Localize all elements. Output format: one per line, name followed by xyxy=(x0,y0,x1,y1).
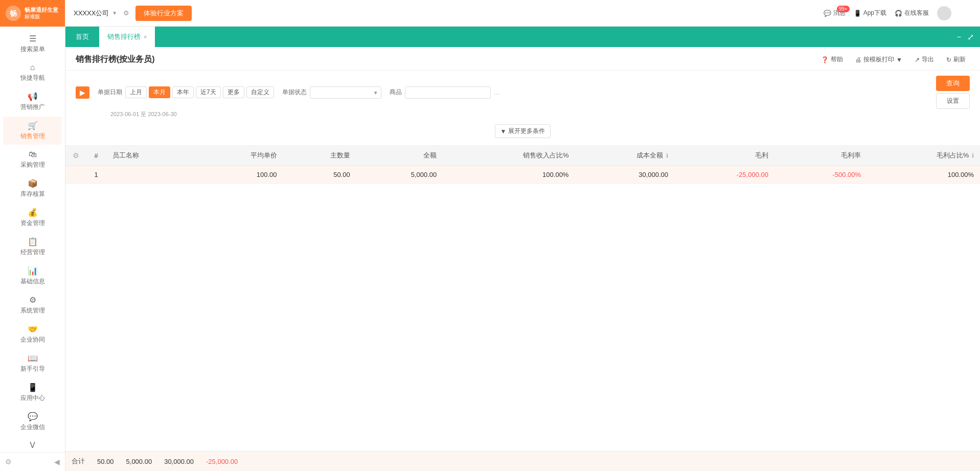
tab-home[interactable]: 首页 xyxy=(65,27,99,47)
expand-more-button[interactable]: ▼ 展开更多条件 xyxy=(495,124,551,138)
filter-actions: 查询 设置 xyxy=(936,76,970,109)
online-service-label: 在线客服 xyxy=(904,9,929,17)
table-header: ⚙ # 员工名称 平均单价 主数量 全额 销售收入占比% 成本全额 ℹ 毛利 xyxy=(65,146,980,166)
help-button[interactable]: ❓ 帮助 xyxy=(817,53,847,66)
help-label: 帮助 xyxy=(831,55,843,64)
filter-goods-group: 商品 … xyxy=(390,86,500,99)
refresh-button[interactable]: ↻ 刷新 xyxy=(942,53,970,66)
filter-date-group: 单据日期 上月 本月 本年 近7天 更多 自定义 xyxy=(98,86,274,98)
logo-icon: 畅 xyxy=(5,5,21,21)
cell-settings-0 xyxy=(65,166,86,184)
content-area: 销售排行榜(按业务员) ❓ 帮助 🖨 按模板打印 ▼ ↗ 导出 ↻ 刷新 xyxy=(65,47,980,471)
date-btn-7days[interactable]: 近7天 xyxy=(196,86,221,98)
date-btn-this-month[interactable]: 本月 xyxy=(149,86,170,98)
date-range-text: 2023-06-01 至 2023-06-30 xyxy=(110,111,177,117)
col-gross-header: 毛利 xyxy=(674,146,774,166)
sidebar-item-搜索菜单[interactable]: ☰搜索菜单 xyxy=(3,30,62,58)
username xyxy=(960,9,972,17)
app-download-icon: 📱 xyxy=(854,10,861,17)
company-selector[interactable]: XXXXX公司 ▼ xyxy=(74,9,117,18)
message-icon: 💬 xyxy=(824,10,831,17)
table-container: ⚙ # 员工名称 平均单价 主数量 全额 销售收入占比% 成本全额 ℹ 毛利 xyxy=(65,146,980,451)
expand-arrow-icon: ▼ xyxy=(500,128,507,135)
trial-button[interactable]: 体验行业方案 xyxy=(135,6,192,21)
sidebar-item-营销推广[interactable]: 📢营销推广 xyxy=(3,87,62,116)
topbar: XXXXX公司 ▼ ⚙ 体验行业方案 💬 消息 99+ 📱 App下载 🎧 在线… xyxy=(65,0,980,27)
app-download-label: App下载 xyxy=(863,9,886,17)
sidebar-item-经营管理[interactable]: 📋经营管理 xyxy=(3,233,62,261)
filter-date-label: 单据日期 xyxy=(98,88,122,97)
print-icon: 🖨 xyxy=(855,56,861,63)
col-index-header: # xyxy=(86,146,106,166)
cost-help-icon[interactable]: ℹ xyxy=(666,152,668,159)
sidebar-item-系统管理[interactable]: ⚙系统管理 xyxy=(3,291,62,319)
export-button[interactable]: ↗ 导出 xyxy=(910,53,938,66)
sidebar-item-资金管理[interactable]: 💰资金管理 xyxy=(3,204,62,232)
active-tab-label: 销售排行榜 xyxy=(107,32,141,41)
filter-toggle-icon[interactable]: ▶ xyxy=(76,86,89,99)
table-body: 1 100.00 50.00 5,000.00 100.00% 30,000.0… xyxy=(65,166,980,184)
cell-gross-0: -25,000.00 xyxy=(674,166,774,184)
online-service-icon: 🎧 xyxy=(895,10,902,17)
topbar-settings-icon[interactable]: ⚙ xyxy=(123,9,129,17)
filter-goods-label: 商品 xyxy=(390,88,402,97)
date-buttons: 上月 本月 本年 近7天 更多 自定义 xyxy=(125,86,274,98)
logo-line1: 畅康通好生意 xyxy=(25,6,58,13)
topbar-right: 💬 消息 99+ 📱 App下载 🎧 在线客服 xyxy=(824,6,972,20)
footer-gross: -25,000.00 xyxy=(206,458,238,465)
filter-status-group: 单据状态 ▼ xyxy=(282,86,381,99)
sidebar-item-基础信息[interactable]: 📊基础信息 xyxy=(3,262,62,290)
sidebar-settings-icon[interactable]: ⚙ xyxy=(5,458,12,466)
query-button[interactable]: 查询 xyxy=(936,76,970,91)
logo-line2: 标准版 xyxy=(25,13,58,20)
sidebar: 畅 畅康通好生意 标准版 ☰搜索菜单⌂快捷导航📢营销推广🛒销售管理🛍采购管理📦库… xyxy=(0,0,65,471)
sidebar-item-畅会员[interactable]: V畅会员 xyxy=(3,437,62,452)
gross-pct-help-icon[interactable]: ℹ xyxy=(972,152,974,159)
col-settings-icon[interactable]: ⚙ xyxy=(73,151,79,160)
sidebar-collapse-icon[interactable]: ◀ xyxy=(54,458,60,466)
tab-close-icon[interactable]: × xyxy=(144,34,147,40)
page-actions: ❓ 帮助 🖨 按模板打印 ▼ ↗ 导出 ↻ 刷新 xyxy=(817,53,970,66)
cell-amount-0: 5,000.00 xyxy=(356,166,443,184)
footer-cost: 30,000.00 xyxy=(164,458,194,465)
sidebar-item-快捷导航[interactable]: ⌂快捷导航 xyxy=(3,59,62,86)
message-badge: 99+ xyxy=(837,6,850,12)
sidebar-item-库存核算[interactable]: 📦库存核算 xyxy=(3,174,62,203)
template-print-button[interactable]: 🖨 按模板打印 ▼ xyxy=(851,53,906,66)
print-arrow-icon: ▼ xyxy=(896,56,902,63)
sidebar-item-销售管理[interactable]: 🛒销售管理 xyxy=(3,117,62,145)
goods-input[interactable] xyxy=(405,86,491,99)
table-footer: 合计 50.00 5,000.00 30,000.00 -25,000.00 xyxy=(65,451,980,471)
footer-amount: 5,000.00 xyxy=(126,458,152,465)
sidebar-item-企业协同[interactable]: 🤝企业协同 xyxy=(3,320,62,348)
date-btn-last-month[interactable]: 上月 xyxy=(125,86,147,98)
online-service-button[interactable]: 🎧 在线客服 xyxy=(895,9,929,17)
sidebar-item-采购管理[interactable]: 🛍采购管理 xyxy=(3,146,62,173)
sidebar-item-企业微信[interactable]: 💬企业微信 xyxy=(3,408,62,436)
col-avg-price-header: 平均单价 xyxy=(195,146,283,166)
col-gross-pct-header: 毛利占比% ℹ xyxy=(867,146,980,166)
filter-bar: ▶ 单据日期 上月 本月 本年 近7天 更多 自定义 单据状态 xyxy=(65,71,980,146)
date-btn-custom[interactable]: 自定义 xyxy=(246,86,274,98)
template-print-label: 按模板打印 xyxy=(863,55,894,64)
tab-right-actions: － ⤢ xyxy=(955,32,980,42)
company-arrow-icon: ▼ xyxy=(112,10,117,16)
goods-more-icon[interactable]: … xyxy=(494,89,500,96)
cell-sales-pct-0: 100.00% xyxy=(443,166,575,184)
tab-minimize-icon[interactable]: － xyxy=(955,32,963,42)
help-icon: ❓ xyxy=(821,56,829,63)
filter-settings-button[interactable]: 设置 xyxy=(936,93,970,109)
tab-expand-icon[interactable]: ⤢ xyxy=(967,32,974,42)
table-row: 1 100.00 50.00 5,000.00 100.00% 30,000.0… xyxy=(65,166,980,184)
date-btn-this-year[interactable]: 本年 xyxy=(172,86,194,98)
col-amount-header: 全额 xyxy=(356,146,443,166)
cell-gross-rate-0: -500.00% xyxy=(774,166,867,184)
app-download-button[interactable]: 📱 App下载 xyxy=(854,9,886,17)
date-btn-more[interactable]: 更多 xyxy=(223,86,244,98)
sidebar-item-应用中心[interactable]: 📱应用中心 xyxy=(3,378,62,407)
sidebar-item-新手引导[interactable]: 📖新手引导 xyxy=(3,349,62,377)
tab-sales-ranking[interactable]: 销售排行榜 × xyxy=(99,27,155,47)
avatar xyxy=(937,6,951,20)
message-button[interactable]: 💬 消息 99+ xyxy=(824,9,846,17)
status-select[interactable] xyxy=(310,86,381,99)
